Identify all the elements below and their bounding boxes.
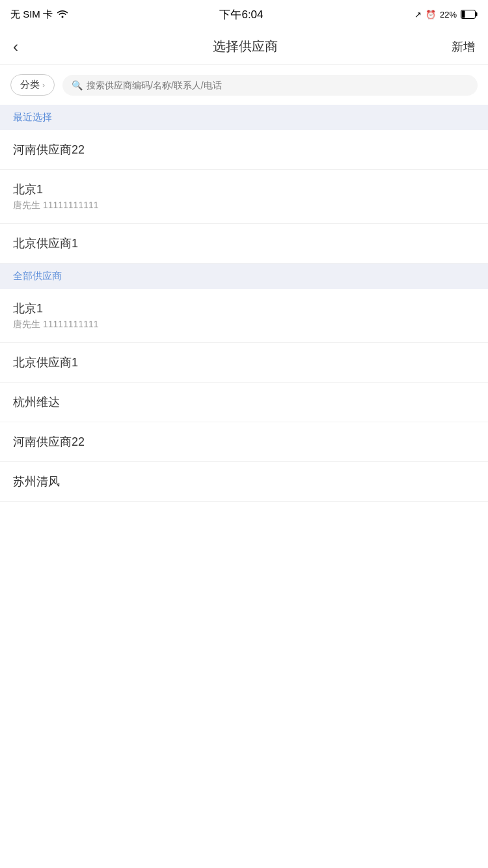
page-title: 选择供应商 (213, 38, 278, 55)
category-filter-button[interactable]: 分类 › (10, 74, 55, 96)
list-item[interactable]: 杭州维达 (0, 383, 488, 422)
search-icon: 🔍 (72, 80, 83, 90)
supplier-name: 苏州清风 (13, 474, 475, 489)
svg-rect-1 (476, 12, 478, 16)
list-item[interactable]: 北京供应商1 (0, 224, 488, 264)
battery-icon (461, 10, 478, 19)
battery-percent: 22% (440, 10, 457, 20)
add-button[interactable]: 新增 (452, 39, 475, 55)
supplier-name: 杭州维达 (13, 394, 475, 410)
list-item[interactable]: 河南供应商22 (0, 130, 488, 170)
all-supplier-list: 北京1唐先生 11111111111北京供应商1杭州维达河南供应商22苏州清风 (0, 289, 488, 502)
chevron-right-icon: › (42, 81, 45, 90)
search-box[interactable]: 🔍 (62, 75, 478, 96)
search-input[interactable] (87, 80, 468, 90)
location-icon: ↗ (414, 10, 422, 20)
back-button[interactable]: ‹ (13, 38, 39, 56)
nav-bar: ‹ 选择供应商 新增 (0, 29, 488, 65)
supplier-name: 北京供应商1 (13, 236, 475, 251)
filter-bar: 分类 › 🔍 (0, 65, 488, 105)
status-time: 下午6:04 (219, 7, 263, 22)
supplier-name: 北京1 (13, 301, 475, 316)
supplier-name: 河南供应商22 (13, 434, 475, 450)
supplier-name: 北京1 (13, 182, 475, 197)
recent-supplier-list: 河南供应商22北京1唐先生 11111111111北京供应商1 (0, 130, 488, 264)
list-item[interactable]: 北京1唐先生 11111111111 (0, 289, 488, 343)
supplier-name: 北京供应商1 (13, 355, 475, 370)
wifi-icon (57, 9, 68, 20)
all-section-header: 全部供应商 (0, 264, 488, 289)
supplier-name: 河南供应商22 (13, 142, 475, 157)
sim-indicator: 无 SIM 卡 (10, 8, 53, 21)
status-right: ↗ ⏰ 22% (414, 10, 478, 20)
recent-section-label: 最近选择 (13, 111, 52, 122)
status-bar: 无 SIM 卡 下午6:04 ↗ ⏰ 22% (0, 0, 488, 29)
list-item[interactable]: 河南供应商22 (0, 422, 488, 462)
supplier-detail: 唐先生 11111111111 (13, 319, 475, 331)
status-left: 无 SIM 卡 (10, 8, 68, 21)
category-label: 分类 (20, 79, 40, 91)
all-section-label: 全部供应商 (13, 270, 62, 281)
alarm-icon: ⏰ (426, 10, 436, 20)
recent-section-header: 最近选择 (0, 105, 488, 130)
svg-rect-2 (461, 11, 465, 18)
supplier-detail: 唐先生 11111111111 (13, 200, 475, 211)
list-item[interactable]: 北京供应商1 (0, 343, 488, 383)
list-item[interactable]: 北京1唐先生 11111111111 (0, 170, 488, 224)
list-item[interactable]: 苏州清风 (0, 462, 488, 502)
